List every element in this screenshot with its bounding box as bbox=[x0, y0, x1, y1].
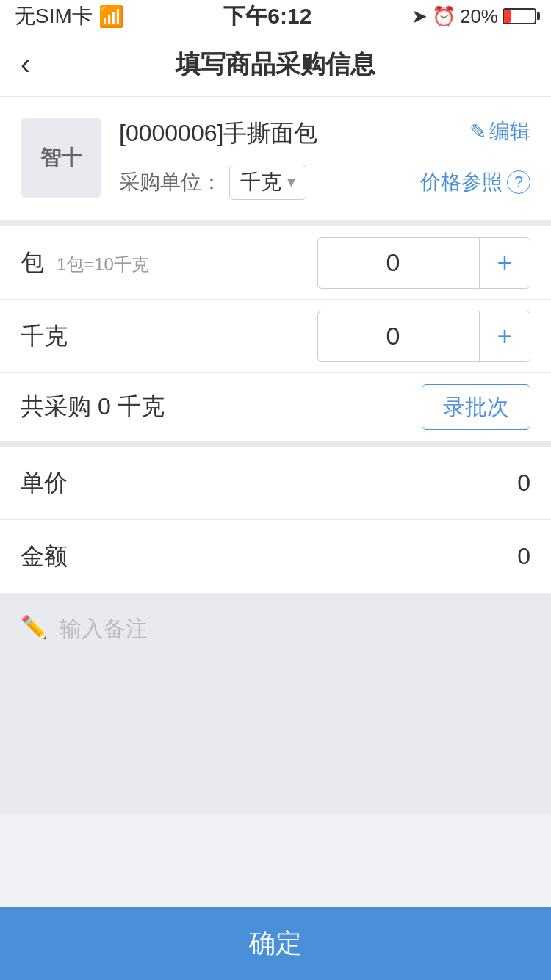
confirm-button[interactable]: 确定 bbox=[0, 907, 551, 980]
alarm-icon: ⏰ bbox=[432, 5, 455, 28]
product-card: 智十 [0000006]手撕面包 ✎ 编辑 采购单位： 千克 ▾ 价格参照 ? bbox=[0, 97, 551, 226]
price-ref-label: 价格参照 bbox=[420, 168, 503, 196]
product-logo: 智十 bbox=[40, 144, 82, 172]
summary-prefix: 共采购 bbox=[21, 393, 91, 419]
qty-input-group-kg: + bbox=[109, 311, 530, 362]
quantity-form-section: 包 1包=10千克 + 千克 + bbox=[0, 226, 551, 373]
product-image: 智十 bbox=[21, 118, 101, 198]
unit-value: 千克 bbox=[240, 168, 281, 196]
status-bar: 无SIM卡 📶 下午6:12 ➤ ⏰ 20% bbox=[0, 0, 551, 32]
carrier-label: 无SIM卡 bbox=[15, 2, 93, 30]
edit-icon: ✎ bbox=[469, 120, 486, 144]
qty-input-bao[interactable] bbox=[317, 237, 479, 289]
summary-unit-label: 千克 bbox=[118, 393, 165, 419]
qty-label-bao: 包 1包=10千克 bbox=[21, 247, 149, 279]
pencil-icon: ✏️ bbox=[21, 614, 48, 640]
page-title: 填写商品采购信息 bbox=[176, 48, 375, 82]
unit-left: 采购单位： 千克 ▾ bbox=[119, 165, 306, 200]
product-unit-row: 采购单位： 千克 ▾ 价格参照 ? bbox=[119, 165, 530, 200]
status-time: 下午6:12 bbox=[223, 1, 311, 32]
unit-price-label: 单价 bbox=[21, 467, 68, 500]
qty-input-group-bao: + bbox=[149, 237, 530, 289]
unit-price-value: 0 bbox=[517, 469, 530, 497]
info-icon: ? bbox=[507, 170, 530, 194]
batch-button[interactable]: 录批次 bbox=[422, 384, 530, 430]
product-top-row: [0000006]手撕面包 ✎ 编辑 bbox=[119, 118, 530, 150]
qty-sublabel-bao: 1包=10千克 bbox=[57, 254, 149, 274]
qty-row-kg: 千克 + bbox=[0, 300, 551, 373]
back-button[interactable]: ‹ bbox=[21, 48, 30, 81]
nav-bar: ‹ 填写商品采购信息 bbox=[0, 32, 551, 97]
price-ref-button[interactable]: 价格参照 ? bbox=[420, 168, 530, 196]
price-section: 单价 0 金额 0 bbox=[0, 447, 551, 594]
chevron-down-icon: ▾ bbox=[287, 173, 295, 192]
price-row-unit: 单价 0 bbox=[0, 447, 551, 520]
qty-plus-bao[interactable]: + bbox=[479, 237, 530, 289]
summary-qty-value: 0 bbox=[98, 393, 111, 419]
unit-prefix-label: 采购单位： bbox=[119, 168, 222, 196]
summary-row: 共采购 0 千克 录批次 bbox=[0, 373, 551, 447]
battery-pct: 20% bbox=[460, 5, 498, 28]
qty-row-bao: 包 1包=10千克 + bbox=[0, 226, 551, 300]
product-info: [0000006]手撕面包 ✎ 编辑 采购单位： 千克 ▾ 价格参照 ? bbox=[119, 118, 530, 200]
remark-placeholder: 输入备注 bbox=[60, 614, 148, 644]
qty-plus-kg[interactable]: + bbox=[479, 311, 530, 362]
remark-section[interactable]: ✏️ 输入备注 bbox=[0, 594, 551, 814]
battery-icon bbox=[503, 8, 536, 24]
edit-button[interactable]: ✎ 编辑 bbox=[469, 118, 530, 145]
qty-label-kg: 千克 bbox=[21, 320, 109, 353]
location-icon: ➤ bbox=[411, 5, 428, 28]
status-right: ➤ ⏰ 20% bbox=[411, 5, 536, 28]
wifi-icon: 📶 bbox=[98, 4, 124, 29]
edit-label: 编辑 bbox=[489, 118, 530, 145]
qty-input-kg[interactable] bbox=[317, 311, 479, 362]
product-name: [0000006]手撕面包 bbox=[119, 118, 317, 150]
status-left: 无SIM卡 📶 bbox=[15, 2, 124, 30]
amount-label: 金额 bbox=[21, 541, 68, 573]
amount-value: 0 bbox=[517, 543, 530, 570]
price-row-amount: 金额 0 bbox=[0, 520, 551, 594]
unit-select[interactable]: 千克 ▾ bbox=[229, 165, 306, 200]
summary-text: 共采购 0 千克 bbox=[21, 391, 165, 423]
